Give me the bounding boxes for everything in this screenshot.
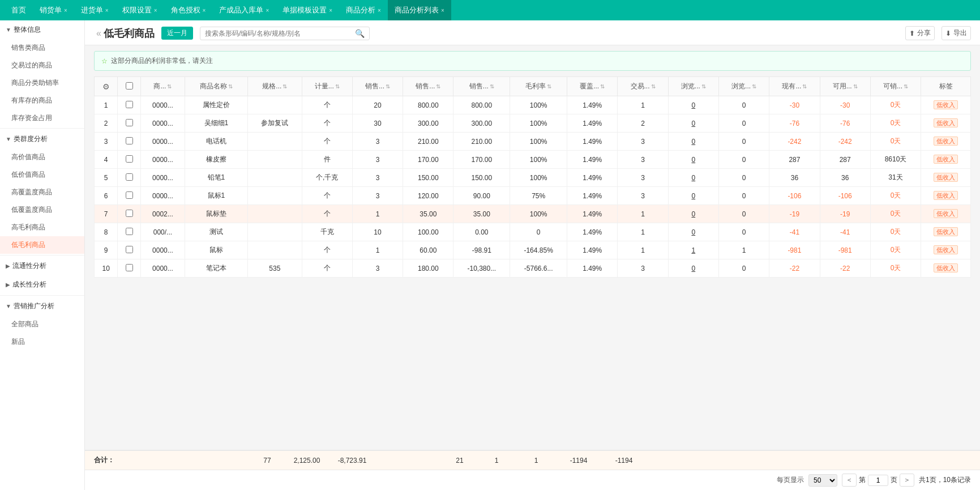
column-name[interactable]: 商品名称⇅ bbox=[185, 77, 247, 96]
sidebar-group-circulation[interactable]: ▶ 流通性分析 bbox=[0, 257, 84, 275]
column-available-stock[interactable]: 可用...⇅ bbox=[820, 77, 870, 96]
views1-link[interactable]: 0 bbox=[691, 265, 695, 272]
close-icon[interactable]: × bbox=[203, 7, 206, 14]
row-checkbox[interactable] bbox=[118, 133, 141, 151]
nav-product-analysis[interactable]: 商品分析 × bbox=[339, 0, 388, 20]
views1-link[interactable]: 0 bbox=[691, 101, 695, 109]
row-select-checkbox[interactable] bbox=[126, 173, 133, 181]
row-select-checkbox[interactable] bbox=[126, 264, 133, 271]
sidebar-item-in-stock[interactable]: 有库存的商品 bbox=[0, 92, 84, 109]
row-select-checkbox[interactable] bbox=[126, 101, 133, 108]
row-checkbox[interactable] bbox=[118, 151, 141, 169]
row-select-checkbox[interactable] bbox=[126, 119, 133, 126]
row-checkbox[interactable] bbox=[118, 205, 141, 223]
sidebar-group-overall[interactable]: ▼ 整体信息 bbox=[0, 20, 84, 39]
column-current-stock[interactable]: 现有...⇅ bbox=[769, 77, 820, 96]
sidebar-item-high-coverage[interactable]: 高覆盖度商品 bbox=[0, 184, 84, 201]
views1-link[interactable]: 0 bbox=[691, 156, 695, 164]
nav-role-auth[interactable]: 角色授权 × bbox=[164, 0, 213, 20]
column-sale-profit[interactable]: 销售...⇅ bbox=[453, 77, 510, 96]
row-views1[interactable]: 0 bbox=[668, 96, 718, 114]
sidebar-item-all-products[interactable]: 全部商品 bbox=[0, 316, 84, 333]
views1-link[interactable]: 0 bbox=[691, 228, 695, 236]
sidebar-item-low-value[interactable]: 低价值商品 bbox=[0, 166, 84, 184]
next-page-button[interactable]: ＞ bbox=[900, 474, 914, 487]
sidebar-group-growth[interactable]: ▶ 成长性分析 bbox=[0, 275, 84, 294]
nav-template-settings[interactable]: 单据模板设置 × bbox=[276, 0, 339, 20]
sidebar-item-high-value[interactable]: 高价值商品 bbox=[0, 148, 84, 166]
row-views1[interactable]: 0 bbox=[668, 223, 718, 241]
views1-link[interactable]: 0 bbox=[691, 174, 695, 182]
row-select-checkbox[interactable] bbox=[126, 228, 133, 235]
per-page-select[interactable]: 50 20 100 bbox=[808, 474, 837, 487]
settings-icon[interactable]: ⚙ bbox=[102, 82, 110, 91]
row-views1[interactable]: 0 bbox=[668, 114, 718, 133]
sidebar-group-marketing[interactable]: ▼ 营销推广分析 bbox=[0, 297, 84, 316]
sidebar-item-category-rate[interactable]: 商品分类助销率 bbox=[0, 74, 84, 92]
views1-link[interactable]: 0 bbox=[691, 120, 695, 127]
column-tag[interactable]: 标签 bbox=[921, 77, 971, 96]
sidebar-group-cluster[interactable]: ▼ 类群度分析 bbox=[0, 130, 84, 148]
column-spec[interactable]: 规格...⇅ bbox=[248, 77, 302, 96]
row-views1[interactable]: 0 bbox=[668, 187, 718, 205]
row-select-checkbox[interactable] bbox=[126, 155, 133, 163]
column-unit[interactable]: 计量...⇅ bbox=[302, 77, 352, 96]
column-sale-amount[interactable]: 销售...⇅ bbox=[403, 77, 453, 96]
column-views2[interactable]: 浏览...⇅ bbox=[718, 77, 769, 96]
sidebar-item-traded-products[interactable]: 交易过的商品 bbox=[0, 57, 84, 74]
column-sale-qty[interactable]: 销售...⇅ bbox=[352, 77, 403, 96]
column-code[interactable]: 商...⇅ bbox=[141, 77, 185, 96]
close-icon[interactable]: × bbox=[105, 7, 109, 14]
row-select-checkbox[interactable] bbox=[126, 246, 133, 253]
row-checkbox[interactable] bbox=[118, 241, 141, 259]
close-icon[interactable]: × bbox=[441, 7, 444, 14]
nav-product-analysis-list[interactable]: 商品分析列表 × bbox=[388, 0, 451, 20]
views1-link[interactable]: 0 bbox=[691, 138, 695, 146]
close-icon[interactable]: × bbox=[154, 7, 157, 14]
nav-home[interactable]: 首页 bbox=[5, 0, 33, 20]
sidebar-item-sales-products[interactable]: 销售类商品 bbox=[0, 39, 84, 57]
close-icon[interactable]: × bbox=[378, 7, 381, 14]
search-icon[interactable]: 🔍 bbox=[355, 29, 365, 38]
sidebar-item-high-margin[interactable]: 高毛利商品 bbox=[0, 219, 84, 236]
close-icon[interactable]: × bbox=[64, 7, 67, 14]
row-checkbox[interactable] bbox=[118, 187, 141, 205]
row-select-checkbox[interactable] bbox=[126, 137, 133, 144]
column-transaction[interactable]: 交易...⇅ bbox=[618, 77, 668, 96]
search-input[interactable] bbox=[205, 29, 355, 37]
views1-link[interactable]: 1 bbox=[691, 246, 695, 254]
page-input[interactable] bbox=[868, 475, 888, 486]
sidebar-item-low-coverage[interactable]: 低覆盖度商品 bbox=[0, 201, 84, 219]
row-select-checkbox[interactable] bbox=[126, 191, 133, 199]
prev-page-button[interactable]: ＜ bbox=[842, 474, 857, 487]
column-saleable-stock[interactable]: 可销...⇅ bbox=[870, 77, 921, 96]
nav-permissions[interactable]: 权限设置 × bbox=[115, 0, 164, 20]
select-all-checkbox[interactable] bbox=[126, 82, 133, 90]
column-views1[interactable]: 浏览...⇅ bbox=[668, 77, 718, 96]
sidebar-item-capital-usage[interactable]: 库存资金占用 bbox=[0, 109, 84, 127]
column-coverage[interactable]: 覆盖...⇅ bbox=[567, 77, 618, 96]
row-views1[interactable]: 1 bbox=[668, 241, 718, 259]
row-checkbox[interactable] bbox=[118, 259, 141, 278]
nav-purchase-order[interactable]: 进货单 × bbox=[74, 0, 115, 20]
close-icon[interactable]: × bbox=[266, 7, 269, 14]
views1-link[interactable]: 0 bbox=[691, 210, 695, 218]
row-checkbox[interactable] bbox=[118, 223, 141, 241]
sidebar-item-new-products[interactable]: 新品 bbox=[0, 333, 84, 351]
row-select-checkbox[interactable] bbox=[126, 210, 133, 217]
sidebar-collapse-button[interactable]: « bbox=[94, 28, 104, 39]
sidebar-item-low-margin[interactable]: 低毛利商品 bbox=[0, 236, 84, 254]
views1-link[interactable]: 0 bbox=[691, 192, 695, 200]
column-settings[interactable]: ⚙ bbox=[95, 77, 118, 96]
row-views1[interactable]: 0 bbox=[668, 133, 718, 151]
close-icon[interactable]: × bbox=[329, 7, 332, 14]
nav-product-entry[interactable]: 产成品入库单 × bbox=[212, 0, 276, 20]
column-gross-margin[interactable]: 毛利率⇅ bbox=[510, 77, 567, 96]
nav-sales-order[interactable]: 销货单 × bbox=[33, 0, 74, 20]
share-button[interactable]: ⬆ 分享 bbox=[905, 26, 935, 40]
row-views1[interactable]: 0 bbox=[668, 169, 718, 187]
row-views1[interactable]: 0 bbox=[668, 151, 718, 169]
row-checkbox[interactable] bbox=[118, 96, 141, 114]
export-button[interactable]: ⬇ 导出 bbox=[942, 26, 971, 40]
row-checkbox[interactable] bbox=[118, 169, 141, 187]
